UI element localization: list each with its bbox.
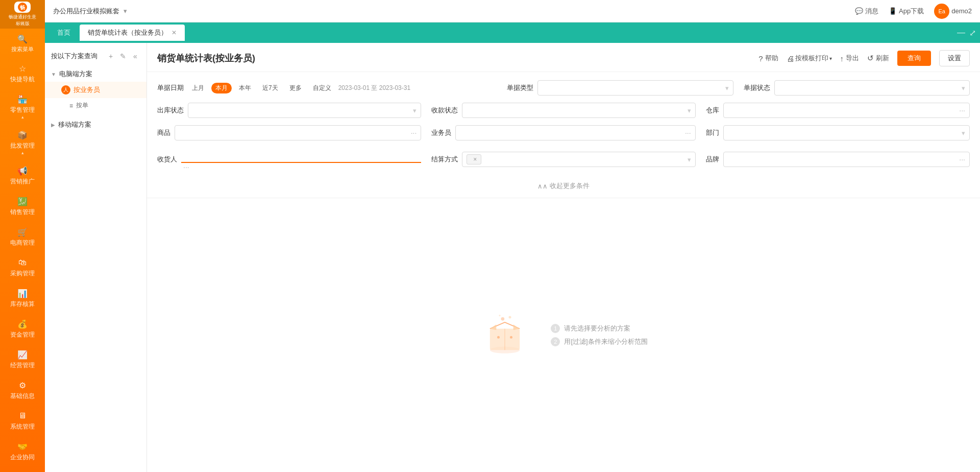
recipient-input[interactable] <box>181 148 421 163</box>
query-button[interactable]: 查询 <box>897 51 931 66</box>
retail-dropdown-icon: ▴ <box>21 114 24 120</box>
sidebar-item-wholesale[interactable]: 📦 批发管理 ▴ <box>0 125 45 160</box>
goods-select[interactable]: ··· <box>175 125 421 140</box>
settlement-tag-close[interactable]: × <box>473 156 477 163</box>
empty-tip-1: 1 请先选择要分析的方案 <box>551 324 647 333</box>
settings-button[interactable]: 设置 <box>939 50 970 66</box>
topbar-left: 办公用品行业模拟账套 ▾ <box>53 7 127 16</box>
print-button[interactable]: 🖨 按模板打印 ▾ <box>787 54 832 63</box>
export-icon: ↑ <box>840 54 844 63</box>
date-control: 上月 本月 本年 近7天 更多 自定义 2023-03-01 至 2023-03… <box>188 83 497 93</box>
refresh-button[interactable]: ↺ 刷新 <box>867 54 889 63</box>
filter-goods-item: 商品 ··· <box>157 125 421 140</box>
date-7days[interactable]: 近7天 <box>258 83 282 93</box>
sidebar-item-retail[interactable]: 🏪 零售管理 ▴ <box>0 89 45 125</box>
payment-control: ▾ <box>462 103 695 118</box>
tip-num-1: 1 <box>551 324 560 333</box>
help-button[interactable]: ? 帮助 <box>758 54 778 63</box>
filter-brand-item: 品牌 ··· <box>706 152 970 167</box>
svg-point-8 <box>509 316 511 319</box>
finance-icon: 💰 <box>17 319 28 329</box>
svg-point-5 <box>497 336 500 339</box>
topbar: 办公用品行业模拟账套 ▾ 💬 消息 📱 App下载 Ea demo2 <box>45 0 980 22</box>
date-this-year[interactable]: 本年 <box>235 83 255 93</box>
filter-settlement-item: 结算方式 × ▾ <box>431 152 695 167</box>
enterprise-icon: 🤝 <box>17 441 28 452</box>
scheme-edit-button[interactable]: ✎ <box>118 51 128 61</box>
tab-home[interactable]: 首页 <box>49 25 79 41</box>
sidebar-item-finance[interactable]: 💰 资金管理 <box>0 314 45 344</box>
group-expand-icon: ▼ <box>51 72 56 77</box>
date-custom[interactable]: 自定义 <box>309 83 335 93</box>
filter-date-item: 单据日期 上月 本月 本年 近7天 更多 自定义 2023-03-01 至 20… <box>157 83 497 93</box>
salesman-more-icon[interactable]: ··· <box>685 129 691 137</box>
dept-select[interactable]: ▾ <box>723 125 970 140</box>
date-last-month[interactable]: 上月 <box>188 83 208 93</box>
scheme-header-actions: + ✎ « <box>106 51 140 61</box>
sidebar-item-sales[interactable]: 💹 销售管理 <box>0 191 45 222</box>
sidebar-item-operation[interactable]: 📈 经营管理 <box>0 344 45 375</box>
scheme-item-by-order[interactable]: ≡ 按单 <box>45 98 146 113</box>
page-actions: ? 帮助 🖨 按模板打印 ▾ ↑ 导出 ↺ 刷新 <box>758 50 970 66</box>
sidebar-item-basic[interactable]: ⚙ 基础信息 <box>0 375 45 406</box>
sidebar-item-inventory[interactable]: 📊 库存核算 <box>0 283 45 314</box>
delivery-dropdown-icon: ▾ <box>413 107 416 114</box>
scheme-add-button[interactable]: + <box>106 51 116 61</box>
delivery-select[interactable]: ▾ <box>188 103 421 118</box>
tab-maximize-icon[interactable]: ⤢ <box>969 28 976 38</box>
recipient-control: ··· <box>181 148 421 171</box>
delivery-control: ▾ <box>188 103 421 118</box>
ecommerce-icon: 🛒 <box>17 227 28 237</box>
doc-type-select[interactable]: ▾ <box>537 80 733 96</box>
sidebar: 畅 畅捷通好生意 标账版 🔍 搜索菜单 ☆ 快捷导航 🏪 零售管理 ▴ 📦 批发… <box>0 0 45 472</box>
goods-more-icon[interactable]: ··· <box>411 129 417 137</box>
warehouse-select[interactable]: ··· <box>723 103 970 118</box>
sidebar-item-newbie[interactable]: 🌟 新手引导 <box>0 467 45 472</box>
doc-type-label: 单据类型 <box>507 83 533 92</box>
user-profile-button[interactable]: Ea demo2 <box>934 4 972 19</box>
purchase-icon: 🛍 <box>17 257 28 268</box>
warehouse-more-icon[interactable]: ··· <box>959 106 965 114</box>
goods-label: 商品 <box>157 128 170 137</box>
collapse-more-button[interactable]: ∧∧ 收起更多条件 <box>157 178 970 194</box>
tab-sales-stat[interactable]: 销货单统计表（按业务员） ✕ <box>80 25 185 41</box>
brand-select[interactable]: ··· <box>723 152 970 167</box>
sidebar-item-enterprise[interactable]: 🤝 企业协同 <box>0 436 45 467</box>
search-menu-item[interactable]: 🔍 搜索菜单 <box>0 29 45 58</box>
sidebar-item-marketing[interactable]: 📢 营销推广 <box>0 160 45 191</box>
date-more[interactable]: 更多 <box>285 83 306 93</box>
scheme-panel: 按以下方案查询 + ✎ « ▼ 电脑端方案 人 按业务员 ≡ 按 <box>45 43 147 472</box>
export-button[interactable]: ↑ 导出 <box>840 54 860 63</box>
payment-dropdown-icon: ▾ <box>688 107 691 114</box>
recipient-label: 收货人 <box>157 155 177 164</box>
marketing-icon: 📢 <box>17 166 28 176</box>
tabbar: 首页 销货单统计表（按业务员） ✕ — ⤢ <box>45 22 980 43</box>
settlement-select[interactable]: × ▾ <box>462 152 695 167</box>
svg-point-6 <box>510 336 512 339</box>
scheme-collapse-button[interactable]: « <box>130 51 140 61</box>
doc-status-select[interactable]: ▾ <box>774 80 970 96</box>
quick-nav-item[interactable]: ☆ 快捷导航 <box>0 58 45 89</box>
scheme-item-by-salesman[interactable]: 人 按业务员 <box>45 82 146 98</box>
recipient-more-icon[interactable]: ··· <box>183 163 189 171</box>
scheme-group-mobile-header[interactable]: ▶ 移动端方案 <box>45 117 146 132</box>
scheme-group-desktop-header[interactable]: ▼ 电脑端方案 <box>45 66 146 82</box>
basic-icon: ⚙ <box>17 380 28 390</box>
tab-minimize-icon[interactable]: — <box>957 28 965 37</box>
tab-close-icon[interactable]: ✕ <box>172 29 177 36</box>
svg-point-7 <box>501 317 505 321</box>
sidebar-item-ecommerce[interactable]: 🛒 电商管理 <box>0 222 45 252</box>
brand-more-icon[interactable]: ··· <box>959 155 965 163</box>
doc-status-label: 单据状态 <box>744 83 770 92</box>
doc-status-control: ▾ <box>774 80 970 96</box>
sidebar-item-system[interactable]: 🖥 系统管理 <box>0 406 45 436</box>
sidebar-item-purchase[interactable]: 🛍 采购管理 <box>0 252 45 283</box>
date-this-month[interactable]: 本月 <box>211 83 232 93</box>
salesman-select[interactable]: ··· <box>455 125 695 140</box>
message-button[interactable]: 💬 消息 <box>855 7 878 16</box>
payment-select[interactable]: ▾ <box>462 103 695 118</box>
topbar-dropdown-icon[interactable]: ▾ <box>124 7 127 15</box>
avatar: Ea <box>934 4 949 19</box>
scheme-group-mobile: ▶ 移动端方案 <box>45 115 146 134</box>
app-download-button[interactable]: 📱 App下载 <box>889 7 924 16</box>
